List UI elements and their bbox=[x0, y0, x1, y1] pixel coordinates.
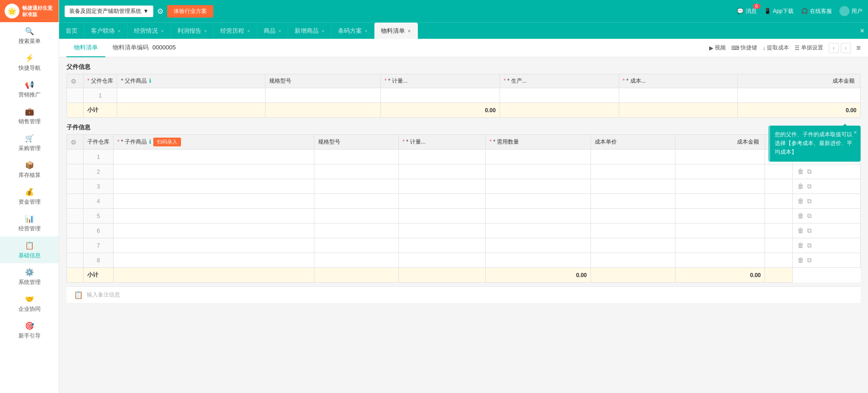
nav-prev-button[interactable]: ‹ bbox=[829, 43, 839, 53]
child-row-8-delete-icon[interactable]: 🗑 bbox=[797, 256, 804, 264]
child-settings-gear-icon[interactable]: ⚙ bbox=[71, 139, 77, 146]
tab-customer[interactable]: 客户联络 × bbox=[84, 23, 127, 39]
tab-home[interactable]: 首页 bbox=[59, 23, 84, 39]
child-row-1-unit-cost[interactable] bbox=[675, 150, 765, 164]
tab-close-new-goods[interactable]: × bbox=[321, 28, 324, 34]
tab-close-profit[interactable]: × bbox=[204, 28, 207, 34]
child-row-2-req-qty[interactable] bbox=[591, 164, 675, 179]
child-row-8-unit-cost[interactable] bbox=[675, 253, 765, 268]
parent-row-1-goods[interactable] bbox=[265, 88, 380, 103]
child-row-4-unit-cost[interactable] bbox=[675, 194, 765, 209]
child-row-6-req-qty[interactable] bbox=[591, 224, 675, 238]
child-row-5-req-qty[interactable] bbox=[591, 209, 675, 224]
sidebar-item-purchase[interactable]: 🛒 采购管理 bbox=[0, 129, 59, 156]
sidebar-item-enterprise[interactable]: 🤝 企业协同 bbox=[0, 290, 59, 317]
child-row-6-unit-cost[interactable] bbox=[675, 224, 765, 238]
parent-row-1-cost[interactable] bbox=[738, 88, 861, 103]
nav-next-button[interactable]: › bbox=[841, 43, 851, 53]
child-row-4-delete-icon[interactable]: 🗑 bbox=[797, 197, 804, 205]
tab-close-barcode[interactable]: × bbox=[365, 28, 368, 34]
child-row-8-goods[interactable] bbox=[314, 253, 399, 268]
sidebar-item-marketing[interactable]: 📢 营销推广 bbox=[0, 76, 59, 103]
tooltip-close-button[interactable]: × bbox=[854, 128, 857, 137]
child-row-7-unit-cost[interactable] bbox=[675, 238, 765, 253]
single-settings-button[interactable]: ☰ 单据设置 bbox=[795, 44, 823, 52]
child-row-7-spec[interactable] bbox=[398, 238, 485, 253]
child-row-3-warehouse[interactable] bbox=[114, 179, 314, 194]
child-row-1-unit[interactable] bbox=[486, 150, 591, 164]
child-row-3-spec[interactable] bbox=[398, 179, 485, 194]
child-row-3-copy-icon[interactable]: ⧉ bbox=[807, 182, 812, 190]
tab-new-goods[interactable]: 新增商品 × bbox=[288, 23, 331, 39]
child-row-8-unit[interactable] bbox=[486, 253, 591, 268]
sidebar-item-inventory[interactable]: 📦 库存核算 bbox=[0, 156, 59, 183]
child-row-1-goods[interactable] bbox=[314, 150, 399, 164]
child-row-1-warehouse[interactable] bbox=[114, 150, 314, 164]
tab-close-bom[interactable]: × bbox=[408, 28, 410, 34]
view-video-button[interactable]: ▶ 视频 bbox=[709, 44, 726, 52]
system-title-dropdown-icon[interactable]: ▼ bbox=[143, 8, 149, 14]
child-row-8-copy-icon[interactable]: ⧉ bbox=[807, 256, 812, 264]
sidebar-item-sales[interactable]: 💼 销售管理 bbox=[0, 103, 59, 129]
child-row-3-goods[interactable] bbox=[314, 179, 399, 194]
tab-close-operation[interactable]: × bbox=[161, 28, 163, 34]
tab-close-history[interactable]: × bbox=[247, 28, 250, 34]
child-row-3-unit[interactable] bbox=[486, 179, 591, 194]
child-row-8-spec[interactable] bbox=[398, 253, 485, 268]
tab-profit[interactable]: 利润报告 × bbox=[171, 23, 214, 39]
child-row-2-delete-icon[interactable]: 🗑 bbox=[797, 168, 804, 175]
child-row-4-req-qty[interactable] bbox=[591, 194, 675, 209]
tab-barcode[interactable]: 条码方案 × bbox=[332, 23, 374, 39]
child-row-7-copy-icon[interactable]: ⧉ bbox=[807, 242, 812, 249]
sidebar-item-basic-info[interactable]: 📋 基础信息 bbox=[0, 236, 59, 263]
sidebar-item-quick-nav[interactable]: ⚡ 快捷导航 bbox=[0, 49, 59, 76]
child-row-2-unit[interactable] bbox=[486, 164, 591, 179]
parent-row-1-spec[interactable] bbox=[380, 88, 500, 103]
parent-row-1-unit[interactable] bbox=[500, 88, 619, 103]
child-row-6-unit[interactable] bbox=[486, 224, 591, 238]
child-row-6-delete-icon[interactable]: 🗑 bbox=[797, 227, 804, 234]
settings-gear-icon[interactable]: ⚙ bbox=[157, 7, 163, 16]
tab-goods[interactable]: 商品 × bbox=[257, 23, 288, 39]
child-row-4-spec[interactable] bbox=[398, 194, 485, 209]
child-row-4-goods[interactable] bbox=[314, 194, 399, 209]
child-row-7-unit[interactable] bbox=[486, 238, 591, 253]
tab-operation[interactable]: 经营情况 × bbox=[127, 23, 170, 39]
tab-close-goods[interactable]: × bbox=[278, 28, 281, 34]
child-row-5-unit-cost[interactable] bbox=[675, 209, 765, 224]
child-row-5-goods[interactable] bbox=[314, 209, 399, 224]
child-row-4-copy-icon[interactable]: ⧉ bbox=[807, 197, 812, 205]
sidebar-item-search[interactable]: 🔍 搜索菜单 bbox=[0, 22, 59, 49]
child-row-5-unit[interactable] bbox=[486, 209, 591, 224]
sub-tab-bom-list[interactable]: 物料清单 bbox=[66, 39, 105, 57]
sidebar-item-system[interactable]: ⚙️ 系统管理 bbox=[0, 263, 59, 290]
child-row-7-goods[interactable] bbox=[314, 238, 399, 253]
child-row-5-spec[interactable] bbox=[398, 209, 485, 224]
parent-settings-gear-icon[interactable]: ⚙ bbox=[71, 78, 77, 85]
child-row-8-warehouse[interactable] bbox=[114, 253, 314, 268]
sidebar-item-guide[interactable]: 🎯 新手引导 bbox=[0, 317, 59, 344]
child-row-6-copy-icon[interactable]: ⧉ bbox=[807, 227, 812, 234]
tab-history[interactable]: 经营历程 × bbox=[214, 23, 257, 39]
child-row-7-warehouse[interactable] bbox=[114, 238, 314, 253]
online-service-button[interactable]: 🎧 在线客服 bbox=[801, 7, 832, 15]
child-row-6-goods[interactable] bbox=[314, 224, 399, 238]
child-row-7-delete-icon[interactable]: 🗑 bbox=[797, 242, 804, 249]
tab-bom[interactable]: 物料清单 × bbox=[374, 23, 417, 39]
child-row-2-warehouse[interactable] bbox=[114, 164, 314, 179]
child-row-2-spec[interactable] bbox=[398, 164, 485, 179]
child-row-3-unit-cost[interactable] bbox=[675, 179, 765, 194]
child-row-1-req-qty[interactable] bbox=[591, 150, 675, 164]
user-button[interactable]: 用户 bbox=[839, 6, 862, 16]
child-row-5-warehouse[interactable] bbox=[114, 209, 314, 224]
child-row-6-spec[interactable] bbox=[398, 224, 485, 238]
child-row-4-warehouse[interactable] bbox=[114, 194, 314, 209]
child-row-3-req-qty[interactable] bbox=[591, 179, 675, 194]
child-row-4-unit[interactable] bbox=[486, 194, 591, 209]
child-row-2-goods[interactable] bbox=[314, 164, 399, 179]
menu-icon[interactable]: ≡ bbox=[856, 44, 861, 52]
app-download-button[interactable]: 📱 App下载 bbox=[764, 7, 794, 15]
sidebar-item-operation[interactable]: 📊 经营管理 bbox=[0, 210, 59, 236]
child-row-5-delete-icon[interactable]: 🗑 bbox=[797, 212, 804, 219]
tab-close-customer[interactable]: × bbox=[118, 28, 121, 34]
